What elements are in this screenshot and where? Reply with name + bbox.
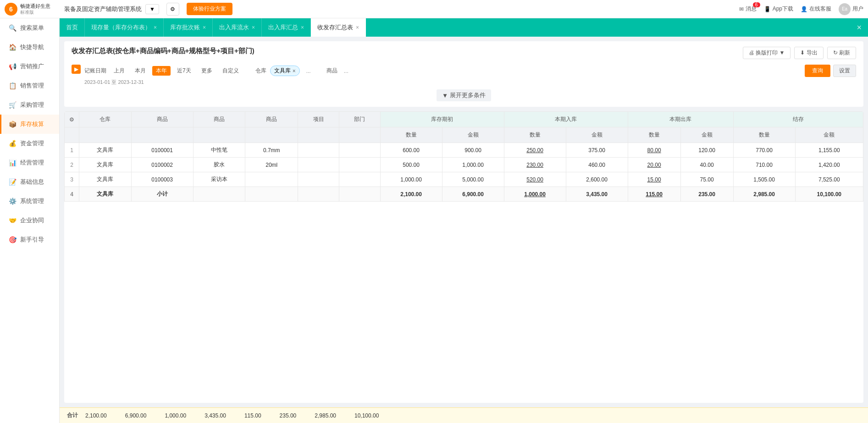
guide-icon: 🎯 bbox=[9, 236, 17, 243]
date-custom-btn[interactable]: 自定义 bbox=[219, 66, 243, 76]
sidebar-item-system[interactable]: ⚙️ 系统管理 bbox=[0, 192, 59, 211]
table-row-subtotal: 4 文具库 小计 2,100.00 6,900.00 1,000.00 3,43… bbox=[65, 187, 863, 202]
purchase-icon: 🛒 bbox=[9, 101, 17, 109]
total-bal-qty: 2,985.00 bbox=[315, 412, 336, 419]
row-spec-1: 0.7mm bbox=[245, 143, 298, 158]
date-this-year-btn[interactable]: 本年 bbox=[152, 66, 171, 76]
tab-close-batch[interactable]: × bbox=[203, 24, 206, 31]
sidebar-item-guide[interactable]: 🎯 新手引导 bbox=[0, 230, 59, 249]
sidebar-item-search[interactable]: 🔍 搜索菜单 bbox=[0, 18, 59, 38]
row-dept-3 bbox=[339, 172, 380, 187]
subtotal-in-amt: 3,435.00 bbox=[566, 187, 628, 202]
tab-close-recv-send[interactable]: × bbox=[356, 24, 359, 31]
row-out-qty-3[interactable]: 15.00 bbox=[628, 172, 680, 187]
total-out-qty: 115.00 bbox=[244, 412, 261, 419]
table-row: 2 文具库 0100002 胶水 20ml 500.00 1,000.00 23… bbox=[65, 158, 863, 172]
row-in-qty-2[interactable]: 230.00 bbox=[504, 158, 566, 172]
sidebar-item-sales[interactable]: 📋 销售管理 bbox=[0, 76, 59, 95]
sidebar-item-inventory[interactable]: 📦 库存核算 bbox=[0, 115, 59, 134]
tab-close-all-btn[interactable]: × bbox=[850, 23, 868, 33]
tab-in-out-summary[interactable]: 出入库汇总 × bbox=[262, 18, 311, 37]
row-out-qty-1[interactable]: 80.00 bbox=[628, 143, 680, 158]
page-header: 收发存汇总表(按仓库+商品编码+商品+规格型号+项目+部门) 🖨 换版打印 ▼ … bbox=[64, 41, 863, 107]
tab-batch-ledger[interactable]: 库存批次账 × bbox=[164, 18, 213, 37]
sidebar-item-purchase[interactable]: 🛒 采购管理 bbox=[0, 95, 59, 115]
tab-close-stock-dist[interactable]: × bbox=[154, 24, 157, 31]
th-dept: 部门 bbox=[339, 112, 380, 127]
tab-close-summary[interactable]: × bbox=[301, 24, 304, 31]
message-badge: 6 bbox=[753, 2, 760, 7]
th-spec: 商品 bbox=[245, 112, 298, 127]
settings-icon-btn[interactable]: ⚙ bbox=[166, 3, 179, 16]
warehouse-filter-label: 仓库 bbox=[255, 67, 266, 75]
filter-settings-btn[interactable]: 设置 bbox=[833, 65, 856, 77]
header-right: ✉ 消息 6 📱 App下载 👤 在线客服 Ea 用户 bbox=[739, 3, 863, 15]
refresh-btn[interactable]: ↻ 刷新 bbox=[827, 47, 856, 59]
row-no-2: 2 bbox=[65, 158, 79, 172]
home-icon: 🏠 bbox=[9, 44, 17, 51]
total-label: 合计 bbox=[67, 412, 78, 419]
date-this-month-btn[interactable]: 本月 bbox=[131, 66, 149, 76]
sidebar-item-finance[interactable]: 💰 资金管理 bbox=[0, 134, 59, 153]
subtotal-in-qty[interactable]: 1,000.00 bbox=[504, 187, 566, 202]
date-last-month-btn[interactable]: 上月 bbox=[110, 66, 128, 76]
subtotal-out-qty[interactable]: 115.00 bbox=[628, 187, 680, 202]
tab-recv-send-summary[interactable]: 收发存汇总表 × bbox=[311, 18, 366, 37]
search-icon: 🔍 bbox=[9, 24, 17, 32]
try-industry-btn[interactable]: 体验行业方案 bbox=[187, 3, 232, 15]
goods-more-btn[interactable]: ... bbox=[341, 67, 351, 75]
tab-home[interactable]: 首页 bbox=[60, 18, 85, 37]
subtotal-open-qty: 2,100.00 bbox=[380, 187, 442, 202]
filter-toggle-btn[interactable]: ▶ bbox=[72, 65, 81, 74]
total-in-qty: 1,000.00 bbox=[165, 412, 186, 419]
subtotal-out-amt: 235.00 bbox=[680, 187, 733, 202]
tab-bar: 首页 现存量（库存分布表） × 库存批次账 × 出入库流水 × 出入库汇总 × … bbox=[60, 18, 868, 37]
table-row: 3 文具库 0100003 采访本 1,000.00 5,000.00 520.… bbox=[65, 172, 863, 187]
subtotal-label: 小计 bbox=[131, 187, 193, 202]
th-period-out: 本期出库 bbox=[628, 112, 733, 127]
date-7days-btn[interactable]: 近7天 bbox=[173, 66, 195, 76]
row-spec-3 bbox=[245, 172, 298, 187]
tab-stock-dist[interactable]: 现存量（库存分布表） × bbox=[85, 18, 164, 37]
date-filter-label: 记账日期 bbox=[84, 67, 106, 75]
th-project-2 bbox=[298, 127, 339, 143]
sidebar-item-basic[interactable]: 📝 基础信息 bbox=[0, 172, 59, 192]
query-btn[interactable]: 查询 bbox=[805, 65, 830, 77]
th-bal-amt: 金额 bbox=[795, 127, 863, 143]
warehouse-more-btn[interactable]: ... bbox=[304, 67, 314, 75]
user-btn[interactable]: Ea 用户 bbox=[839, 3, 863, 15]
expand-more-conditions-btn[interactable]: ▼ 展开更多条件 bbox=[437, 89, 491, 101]
th-name: 商品 bbox=[193, 112, 245, 127]
online-service-btn[interactable]: 👤 在线客服 bbox=[801, 5, 831, 13]
print-btn[interactable]: 🖨 换版打印 ▼ bbox=[743, 47, 791, 59]
app-download-btn[interactable]: 📱 App下载 bbox=[764, 5, 793, 13]
warehouse-tag-remove[interactable]: × bbox=[293, 68, 296, 74]
export-btn[interactable]: ⬇ 导出 bbox=[794, 47, 823, 59]
user-avatar: Ea bbox=[839, 3, 851, 15]
row-name-3: 采访本 bbox=[193, 172, 245, 187]
tab-in-out-flow[interactable]: 出入库流水 × bbox=[213, 18, 262, 37]
sidebar-item-quick-nav[interactable]: 🏠 快捷导航 bbox=[0, 38, 59, 57]
row-in-qty-3[interactable]: 520.00 bbox=[504, 172, 566, 187]
row-out-qty-2[interactable]: 20.00 bbox=[628, 158, 680, 172]
th-bal-qty: 数量 bbox=[733, 127, 795, 143]
export-icon: ⬇ bbox=[800, 49, 805, 56]
system-selector[interactable]: ▼ bbox=[145, 4, 159, 14]
tab-close-flow[interactable]: × bbox=[252, 24, 255, 31]
row-bal-amt-3: 7,525.00 bbox=[795, 172, 863, 187]
th-open-qty: 数量 bbox=[380, 127, 442, 143]
row-out-amt-2: 40.00 bbox=[680, 158, 733, 172]
date-more-btn[interactable]: 更多 bbox=[198, 66, 216, 76]
sidebar-item-marketing[interactable]: 📢 营销推广 bbox=[0, 57, 59, 76]
message-btn[interactable]: ✉ 消息 6 bbox=[739, 5, 757, 13]
th-name-2 bbox=[193, 127, 245, 143]
finance-icon: 💰 bbox=[9, 140, 17, 147]
row-dept-2 bbox=[339, 158, 380, 172]
th-settings[interactable]: ⚙ bbox=[65, 112, 79, 127]
row-in-qty-1[interactable]: 250.00 bbox=[504, 143, 566, 158]
sidebar-item-operation[interactable]: 📊 经营管理 bbox=[0, 153, 59, 172]
row-warehouse-3: 文具库 bbox=[79, 172, 132, 187]
sidebar-item-cooperation[interactable]: 🤝 企业协同 bbox=[0, 211, 59, 230]
logo-area: 6 畅捷通好生意 标准版 bbox=[5, 3, 64, 16]
warehouse-tag: 文具库 × bbox=[270, 66, 300, 76]
